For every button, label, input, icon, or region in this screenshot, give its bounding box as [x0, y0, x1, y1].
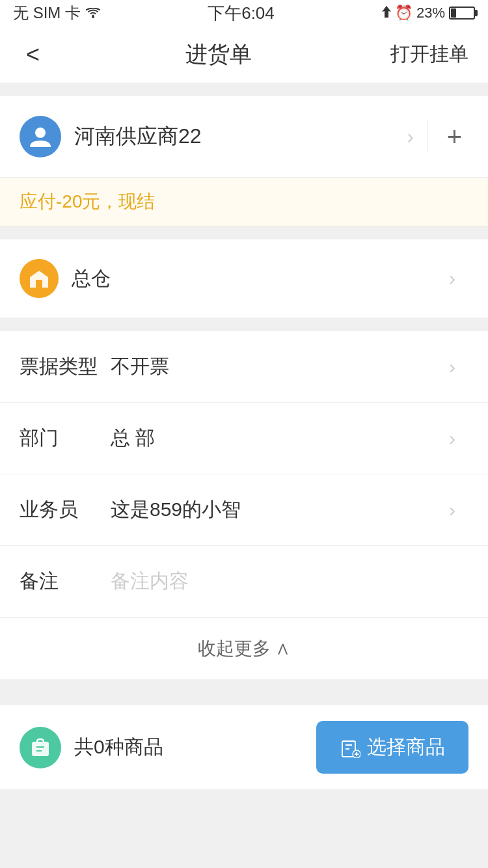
warehouse-section: 总仓 › — [0, 239, 488, 318]
svg-rect-2 — [36, 280, 42, 288]
page-title: 进货单 — [185, 40, 252, 70]
invoice-label: 票据类型 — [20, 353, 111, 380]
product-footer: 共0种商品 选择商品 — [0, 705, 488, 789]
invoice-chevron-icon: › — [449, 356, 455, 378]
divider-2 — [0, 318, 488, 331]
warehouse-name: 总仓 — [72, 265, 449, 292]
select-product-label: 选择商品 — [367, 734, 445, 761]
divider-1 — [0, 226, 488, 239]
form-section: 票据类型 不开票 › 部门 总 部 › 业务员 这是859的小智 › 备注 备注… — [0, 331, 488, 679]
supplier-section: 河南供应商22 › + 应付-20元，现结 — [0, 96, 488, 226]
wifi-icon — [86, 4, 100, 22]
svg-point-1 — [35, 128, 46, 138]
department-value: 总 部 — [111, 425, 449, 452]
gray-background — [0, 789, 488, 868]
svg-point-0 — [92, 16, 94, 18]
notice-banner: 应付-20元，现结 — [0, 178, 488, 226]
product-count: 共0种商品 — [74, 734, 316, 761]
open-pending-button[interactable]: 打开挂单 — [390, 41, 468, 68]
salesperson-row[interactable]: 业务员 这是859的小智 › — [0, 474, 488, 546]
status-bar: 无 SIM 卡 下午6:04 ⏰ 23% — [0, 0, 488, 26]
vertical-divider — [427, 120, 427, 153]
status-left: 无 SIM 卡 — [13, 3, 100, 23]
invoice-row[interactable]: 票据类型 不开票 › — [0, 331, 488, 403]
department-chevron-icon: › — [449, 427, 455, 450]
add-supplier-button[interactable]: + — [441, 122, 468, 152]
remark-input[interactable]: 备注内容 — [111, 568, 468, 595]
svg-rect-3 — [32, 742, 49, 756]
warehouse-icon — [20, 259, 59, 298]
collapse-button[interactable]: 收起更多 ∧ — [0, 617, 488, 679]
salesperson-label: 业务员 — [20, 496, 111, 523]
supplier-name: 河南供应商22 — [74, 122, 407, 151]
nav-bar: < 进货单 打开挂单 — [0, 26, 488, 83]
top-divider — [0, 83, 488, 96]
supplier-row[interactable]: 河南供应商22 › + — [0, 96, 488, 178]
supplier-chevron-icon: › — [407, 126, 414, 148]
select-product-button[interactable]: 选择商品 — [316, 721, 468, 774]
status-right: ⏰ 23% — [382, 5, 475, 21]
location-icon — [382, 5, 391, 21]
warehouse-row[interactable]: 总仓 › — [0, 239, 488, 318]
status-time: 下午6:04 — [208, 2, 275, 25]
battery-icon — [449, 7, 475, 20]
divider-3 — [0, 679, 488, 692]
remark-row[interactable]: 备注 备注内容 — [0, 546, 488, 617]
battery-percentage: 23% — [416, 5, 445, 21]
collapse-label: 收起更多 ∧ — [198, 638, 291, 658]
invoice-value: 不开票 — [111, 353, 449, 380]
salesperson-value: 这是859的小智 — [111, 496, 449, 523]
product-icon — [20, 727, 61, 768]
supplier-avatar — [20, 116, 61, 157]
alarm-icon: ⏰ — [395, 5, 413, 21]
back-button[interactable]: < — [20, 34, 46, 75]
department-row[interactable]: 部门 总 部 › — [0, 403, 488, 474]
department-label: 部门 — [20, 425, 111, 452]
warehouse-chevron-icon: › — [449, 267, 455, 290]
notice-text: 应付-20元，现结 — [20, 191, 155, 211]
salesperson-chevron-icon: › — [449, 499, 455, 521]
remark-label: 备注 — [20, 568, 111, 595]
carrier-text: 无 SIM 卡 — [13, 3, 81, 23]
